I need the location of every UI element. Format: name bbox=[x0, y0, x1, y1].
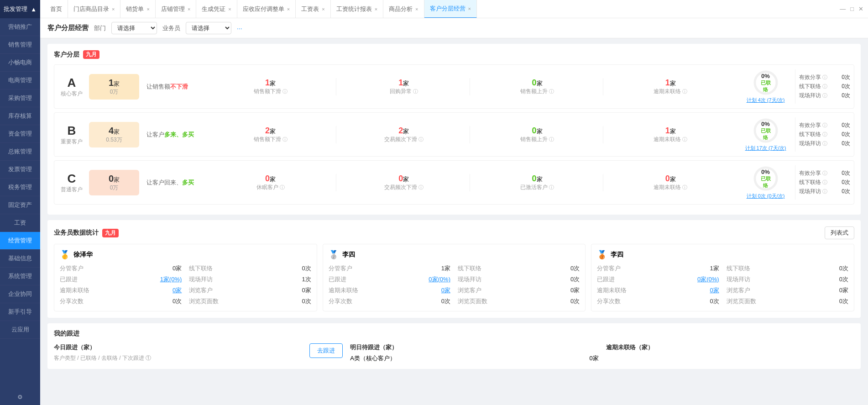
tab-close-8[interactable]: × bbox=[415, 6, 418, 12]
toolbar: 客户分层经营 部门 请选择 业务员 请选择 ··· bbox=[40, 18, 868, 38]
staff-stat-label-2-7: 浏览页面数 bbox=[727, 297, 756, 305]
staff-stat-val-0-5: 0家 bbox=[302, 286, 311, 295]
sidebar-item-3[interactable]: 电商管理 bbox=[0, 72, 40, 89]
staff-stat-val-1-3: 0次 bbox=[570, 275, 580, 284]
dept-label: 部门 bbox=[94, 24, 106, 32]
staff-stat-0-2: 已跟进1家(0%) bbox=[60, 275, 182, 284]
a-tier-row: A类（核心客户） 0家 bbox=[350, 354, 598, 363]
tab-close-4[interactable]: × bbox=[228, 6, 231, 12]
follow-btn-col: 去跟进 bbox=[309, 343, 343, 358]
tier-count-B: 4家0.53万 bbox=[89, 122, 139, 147]
staff-stat-2-3: 现场拜访0次 bbox=[727, 275, 848, 284]
sidebar-item-17[interactable]: 云应用 bbox=[0, 321, 40, 339]
more-options-icon[interactable]: ··· bbox=[237, 25, 242, 32]
tier-plan-link-A[interactable]: 计划 4次 (7天/次) bbox=[747, 97, 785, 103]
sidebar-item-2[interactable]: 小畅电商 bbox=[0, 54, 40, 72]
sidebar-item-5[interactable]: 库存核算 bbox=[0, 107, 40, 125]
tab-item-6[interactable]: 工资表× bbox=[296, 0, 330, 18]
tier-plan-link-C[interactable]: 计划 0次 (0天/次) bbox=[747, 193, 785, 199]
tab-item-7[interactable]: 工资统计报表× bbox=[331, 0, 383, 18]
tier-count-A: 1家0万 bbox=[89, 74, 139, 100]
tab-item-0[interactable]: 首页 bbox=[45, 0, 68, 18]
sidebar-item-15[interactable]: 企业协同 bbox=[0, 285, 40, 303]
window-minimize-icon[interactable]: — bbox=[840, 5, 846, 12]
sidebar-toggle-icon[interactable]: ▲ bbox=[31, 6, 37, 13]
sidebar-item-10[interactable]: 固定资产 bbox=[0, 196, 40, 214]
tab-close-1[interactable]: × bbox=[112, 6, 115, 12]
tomorrow-follow-col: 明日待跟进（家） A类（核心客户） 0家 bbox=[350, 343, 598, 363]
tab-item-5[interactable]: 应收应付调整单× bbox=[237, 0, 296, 18]
staff-stat-val-2-1: 0次 bbox=[839, 264, 848, 273]
sidebar-item-11[interactable]: 工资 bbox=[0, 214, 40, 232]
tab-item-3[interactable]: 店铺管理× bbox=[156, 0, 196, 18]
sidebar-item-0[interactable]: 营销推广 bbox=[0, 18, 40, 36]
sidebar-item-14[interactable]: 系统管理 bbox=[0, 268, 40, 285]
staff-stat-0-3: 现场拜访1次 bbox=[189, 275, 311, 284]
staff-card-0: 🥇徐泽华分管客户0家线下联络0次已跟进1家(0%)现场拜访1次逾期未联络0家浏览… bbox=[54, 244, 317, 311]
staff-stat-0-6: 分享次数0次 bbox=[60, 297, 182, 305]
right-stat-1-2: 现场拜访 ⓘ0次 bbox=[799, 140, 850, 147]
staff-stat-2-1: 线下联络0次 bbox=[727, 264, 848, 273]
staff-stat-val-0-2[interactable]: 1家(0%) bbox=[160, 275, 182, 284]
staff-select[interactable]: 请选择 bbox=[186, 22, 231, 34]
settings-icon[interactable]: ⚙ bbox=[0, 389, 40, 405]
tab-item-1[interactable]: 门店商品目录× bbox=[68, 0, 120, 18]
right-stat-0-2: 现场拜访 ⓘ0次 bbox=[799, 92, 850, 100]
tab-item-2[interactable]: 销货单× bbox=[120, 0, 155, 18]
dept-select[interactable]: 请选择 bbox=[111, 22, 157, 34]
staff-stat-val-0-4[interactable]: 0家 bbox=[173, 286, 182, 295]
staff-stat-0-7: 浏览页面数0次 bbox=[189, 297, 311, 305]
staff-month-badge: 九月 bbox=[102, 229, 119, 237]
sidebar-item-12[interactable]: 经营管理 bbox=[0, 232, 40, 250]
staff-stat-2-6: 分享次数0次 bbox=[597, 297, 719, 305]
staff-stat-label-2-6: 分享次数 bbox=[597, 297, 621, 305]
tab-item-9[interactable]: 客户分层经营× bbox=[424, 0, 477, 18]
staff-stat-label-1-1: 线下联络 bbox=[458, 264, 481, 273]
sidebar-item-7[interactable]: 总账管理 bbox=[0, 143, 40, 161]
tab-close-6[interactable]: × bbox=[322, 6, 324, 12]
staff-stat-2-0: 分管客户1家 bbox=[597, 264, 719, 273]
sidebar-item-16[interactable]: 新手引导 bbox=[0, 303, 40, 321]
go-follow-button[interactable]: 去跟进 bbox=[309, 343, 343, 358]
sidebar-item-1[interactable]: 销售管理 bbox=[0, 36, 40, 54]
tab-close-2[interactable]: × bbox=[146, 6, 149, 12]
staff-stat-label-0-7: 浏览页面数 bbox=[189, 297, 219, 305]
tab-item-4[interactable]: 生成凭证× bbox=[196, 0, 237, 18]
tier-plan-link-B[interactable]: 计划 17次 (7天/次) bbox=[745, 145, 786, 151]
staff-stat-val-1-2[interactable]: 0家(0%) bbox=[429, 275, 450, 284]
tier-circle-B: 0%已联络 计划 17次 (7天/次) bbox=[736, 117, 795, 152]
staff-stats-grid-1: 分管客户1家线下联络0次已跟进0家(0%)现场拜访0次逾期未联络0家浏览客户0家… bbox=[329, 264, 580, 305]
tab-close-5[interactable]: × bbox=[287, 6, 290, 12]
staff-stat-1-6: 分享次数0次 bbox=[329, 297, 450, 305]
sidebar-item-9[interactable]: 税务管理 bbox=[0, 179, 40, 196]
window-close-icon[interactable]: ✕ bbox=[858, 5, 863, 12]
sidebar-item-4[interactable]: 采购管理 bbox=[0, 89, 40, 107]
tier-metric-B-1: 2家交易频次下滑 ⓘ bbox=[338, 126, 470, 143]
tab-close-7[interactable]: × bbox=[375, 6, 377, 12]
staff-stat-val-2-4[interactable]: 0家 bbox=[710, 286, 719, 295]
staff-stat-val-1-4[interactable]: 0家 bbox=[441, 286, 450, 295]
tab-close-9[interactable]: × bbox=[468, 6, 471, 11]
staff-stat-val-2-2[interactable]: 0家(0%) bbox=[697, 275, 719, 284]
right-stat-2-2: 现场拜访 ⓘ0次 bbox=[799, 188, 850, 195]
tier-metric-C-2: 0家已激活客户 ⓘ bbox=[472, 174, 603, 191]
tab-bar: 首页门店商品目录×销货单×店铺管理×生成凭证×应收应付调整单×工资表×工资统计报… bbox=[40, 0, 868, 18]
tab-label-4: 生成凭证 bbox=[202, 5, 225, 13]
tier-metrics-C: 0家休眠客户 ⓘ0家交易频次下滑 ⓘ0家已激活客户 ⓘ0家逾期未联络 ⓘ bbox=[205, 174, 736, 191]
tier-circle-A: 0%已联络 计划 4次 (7天/次) bbox=[736, 69, 795, 104]
window-restore-icon[interactable]: □ bbox=[850, 5, 854, 12]
tier-row-B: B重要客户4家0.53万让客户多来、多买2家销售额下滑 ⓘ2家交易频次下滑 ⓘ0… bbox=[54, 112, 854, 157]
tier-metric-C-3: 0家逾期未联络 ⓘ bbox=[605, 174, 736, 191]
tab-close-3[interactable]: × bbox=[188, 6, 190, 12]
sidebar-item-6[interactable]: 资金管理 bbox=[0, 125, 40, 143]
sidebar-item-13[interactable]: 基础信息 bbox=[0, 250, 40, 268]
today-follow-title: 今日跟进（家） bbox=[54, 343, 302, 352]
staff-stat-val-0-3: 1次 bbox=[302, 275, 311, 284]
list-view-button[interactable]: 列表式 bbox=[825, 226, 854, 239]
tab-item-8[interactable]: 商品分析× bbox=[383, 0, 424, 18]
sidebar-item-8[interactable]: 发票管理 bbox=[0, 161, 40, 179]
staff-stat-val-2-7: 0次 bbox=[839, 297, 848, 305]
tab-label-9: 客户分层经营 bbox=[430, 5, 465, 13]
staff-stat-val-0-6: 0次 bbox=[173, 297, 182, 305]
tier-metric-A-1: 1家回购异常 ⓘ bbox=[338, 78, 470, 95]
